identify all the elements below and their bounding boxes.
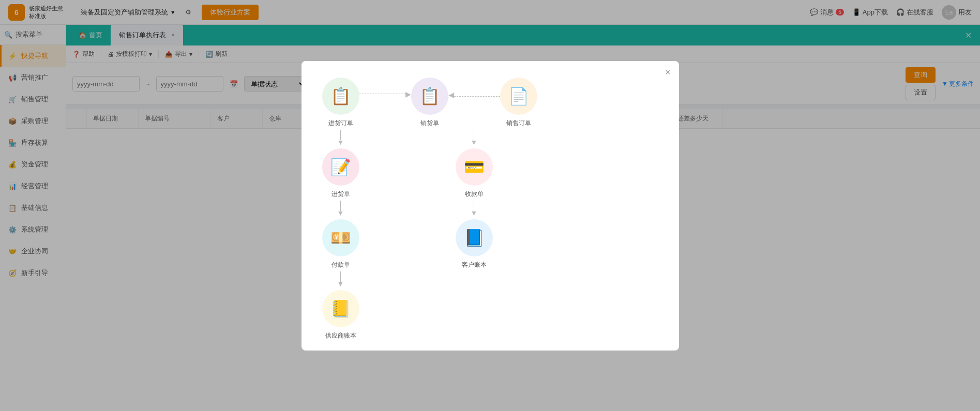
purchase-order-node[interactable]: 📋 进货订单 [322,78,359,128]
arrow-v-3: ▼ [337,271,344,288]
receipt-icon: 💳 [456,148,493,186]
purchase-order-label: 进货订单 [328,119,353,128]
supplier-ledger-label: 供应商账本 [325,331,356,340]
flow-diagram: 📋 进货订单 ▼ 📝 进货单 [301,61,679,351]
sales-bill-node[interactable]: 📋 销货单 [411,78,448,128]
receipt-label: 收款单 [465,190,484,199]
arrow-v-5: ▼ [471,201,478,217]
sales-bill-icon: 📋 [411,78,448,115]
supplier-ledger-icon: 📒 [322,290,359,327]
payment-label: 付款单 [331,261,350,269]
modal-close-button[interactable]: × [665,67,671,78]
customer-ledger-node[interactable]: 📘 客户账本 [456,219,493,269]
customer-ledger-label: 客户账本 [462,261,487,269]
arrow-v-1: ▼ [337,130,344,146]
sales-bill-label: 销货单 [420,119,439,128]
arrow-v-4: ▼ [471,130,478,146]
payment-node[interactable]: 💴 付款单 [322,219,359,269]
modal-dialog: × 📋 进货订单 [301,61,679,351]
sales-order-node[interactable]: 📄 销售订单 [500,78,537,128]
purchase-bill-node[interactable]: 📝 进货单 [322,148,359,199]
payment-icon: 💴 [322,219,359,256]
purchase-bill-icon: 📝 [322,148,359,186]
supplier-ledger-node[interactable]: 📒 供应商账本 [322,290,359,340]
sales-order-icon: 📄 [500,78,537,115]
purchase-order-icon: 📋 [322,78,359,115]
modal-overlay[interactable]: × 📋 进货订单 [66,25,980,411]
purchase-bill-label: 进货单 [331,190,350,199]
arrow-v-2: ▼ [337,201,344,217]
receipt-node[interactable]: 💳 收款单 [456,148,493,199]
sales-order-label: 销售订单 [506,119,531,128]
customer-ledger-icon: 📘 [456,219,493,256]
